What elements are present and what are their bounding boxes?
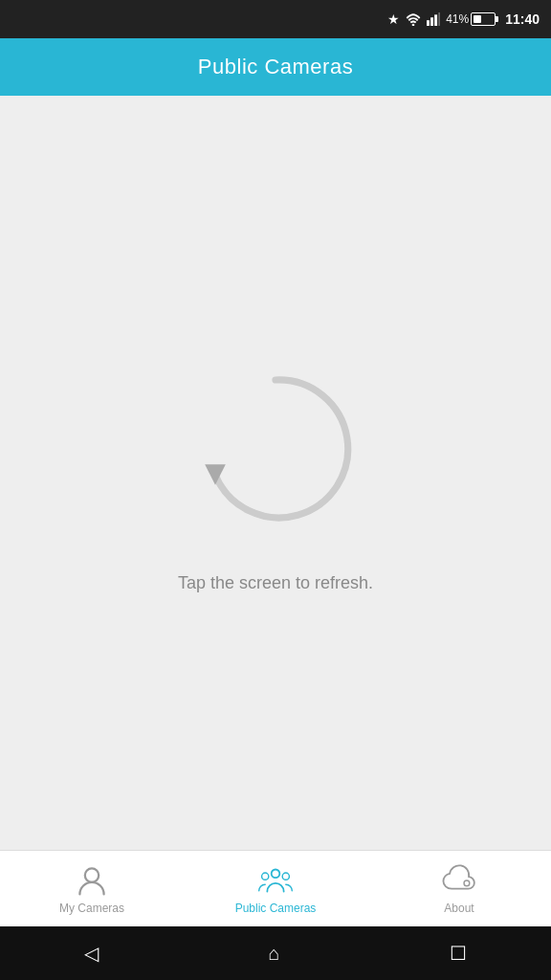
- svg-rect-4: [438, 12, 440, 26]
- app-bar: Public Cameras: [0, 38, 551, 96]
- svg-point-6: [85, 868, 99, 881]
- nav-item-about[interactable]: About: [367, 851, 551, 926]
- refresh-icon-container: [180, 353, 371, 545]
- svg-point-0: [412, 24, 415, 26]
- public-cameras-label: Public Cameras: [235, 902, 317, 915]
- svg-point-9: [282, 873, 289, 880]
- recents-button[interactable]: ☐: [450, 942, 467, 965]
- nav-item-my-cameras[interactable]: My Cameras: [0, 851, 184, 926]
- android-nav-bar: ◁ ⌂ ☐: [0, 926, 551, 980]
- home-button[interactable]: ⌂: [268, 943, 279, 965]
- wifi-icon: [406, 12, 421, 26]
- svg-point-7: [272, 869, 280, 878]
- svg-rect-1: [427, 20, 430, 26]
- status-bar: ★ 41% 11:40: [0, 0, 551, 38]
- svg-rect-3: [434, 14, 437, 26]
- app-title: Public Cameras: [198, 55, 353, 79]
- svg-rect-2: [430, 17, 433, 26]
- status-time: 11:40: [505, 11, 540, 27]
- refresh-icon: [189, 363, 362, 535]
- nav-item-public-cameras[interactable]: Public Cameras: [184, 851, 367, 926]
- star-icon: ★: [387, 11, 400, 27]
- bottom-nav: My Cameras Public Cameras About: [0, 850, 551, 926]
- battery-indicator: 41%: [446, 12, 496, 26]
- my-cameras-label: My Cameras: [59, 902, 124, 915]
- signal-icon: [427, 12, 440, 26]
- about-icon: [442, 863, 476, 898]
- main-content[interactable]: Tap the screen to refresh.: [0, 96, 551, 850]
- about-label: About: [444, 902, 474, 915]
- back-button[interactable]: ◁: [84, 942, 99, 965]
- public-cameras-icon: [258, 863, 293, 898]
- my-cameras-icon: [75, 863, 109, 898]
- svg-point-8: [262, 873, 269, 880]
- svg-point-10: [464, 880, 470, 886]
- battery-percent: 41%: [446, 12, 469, 26]
- refresh-text: Tap the screen to refresh.: [178, 573, 373, 593]
